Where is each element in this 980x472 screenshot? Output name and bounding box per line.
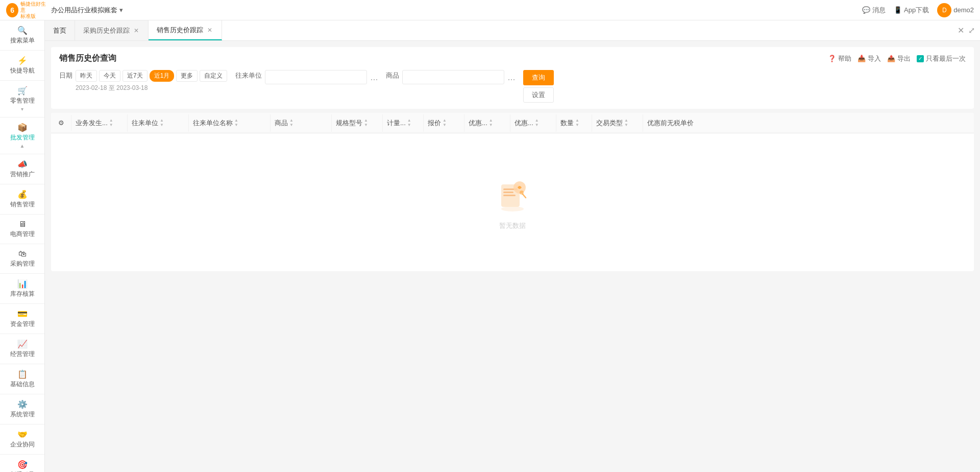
date-btn-today[interactable]: 今天 bbox=[99, 70, 120, 82]
close-window-btn[interactable]: ✕ bbox=[958, 26, 964, 35]
partner-dots[interactable]: ... bbox=[370, 73, 378, 82]
sidebar-item-marketing[interactable]: 📣 营销推广 bbox=[0, 154, 44, 184]
logo-area: 6 畅捷信好生意 标准版 bbox=[6, 1, 47, 19]
message-btn[interactable]: 💬 消息 bbox=[862, 6, 886, 15]
maximize-btn[interactable]: ⤢ bbox=[968, 26, 975, 35]
panel-actions: ❓ 帮助 📥 导入 📤 导出 ✓ 只看最后一 bbox=[828, 54, 966, 63]
settings-btn[interactable]: 设置 bbox=[523, 87, 554, 103]
ecommerce-icon: 🖥 bbox=[18, 220, 27, 229]
tab-home[interactable]: 首页 bbox=[45, 20, 75, 40]
avatar: D bbox=[937, 3, 951, 17]
main-layout: 🔍 搜索菜单 ⚡ 快捷导航 🛒 零售管理 ▾ 📦 批发管理 ▲ 📣 营销推广 💰… bbox=[0, 20, 980, 472]
tab-bar: 首页 采购历史价跟踪 ✕ 销售历史价跟踪 ✕ ✕ ⤢ bbox=[45, 20, 980, 41]
th-discount2[interactable]: 优惠... ▲ ▼ bbox=[510, 114, 556, 132]
sidebar-item-system[interactable]: ⚙️ 系统管理 bbox=[0, 394, 44, 424]
empty-illustration bbox=[492, 174, 533, 215]
ops-icon: 📈 bbox=[17, 339, 28, 349]
wholesale-icon: 📦 bbox=[17, 123, 28, 132]
th-settings[interactable]: ⚙ bbox=[51, 115, 71, 131]
th-qty[interactable]: 数量 ▲ ▼ bbox=[556, 114, 592, 132]
product-input[interactable] bbox=[402, 70, 504, 84]
date-range-text: 2023-02-18 至 2023-03-18 bbox=[76, 84, 227, 92]
sort-arrows-product: ▲ ▼ bbox=[289, 119, 293, 127]
tab-right-actions: ✕ ⤢ bbox=[952, 20, 980, 40]
filter-row: 日期 昨天 今天 近7天 近1月 更多 自定义 2023-02-18 至 202… bbox=[59, 70, 966, 103]
sort-arrows-partner-code: ▲ ▼ bbox=[160, 119, 164, 127]
help-btn[interactable]: ❓ 帮助 bbox=[828, 54, 851, 63]
svg-line-7 bbox=[523, 194, 526, 198]
date-btn-more[interactable]: 更多 bbox=[176, 70, 198, 82]
th-partner-code[interactable]: 往来单位 ▲ ▼ bbox=[128, 114, 189, 132]
purchase-icon: 🛍 bbox=[18, 249, 27, 258]
app-download-btn[interactable]: 📱 App下载 bbox=[894, 6, 929, 15]
retail-icon: 🛒 bbox=[17, 86, 28, 96]
sort-arrows-unit: ▲ ▼ bbox=[407, 119, 411, 127]
product-input-group: ... bbox=[402, 70, 515, 84]
sort-arrows-partner-name: ▲ ▼ bbox=[234, 119, 238, 127]
tab-sales-history[interactable]: 销售历史价跟踪 ✕ bbox=[149, 20, 222, 40]
sidebar-item-search-menu[interactable]: 🔍 搜索菜单 bbox=[0, 20, 44, 51]
svg-point-0 bbox=[501, 206, 524, 211]
system-icon: ⚙️ bbox=[17, 399, 28, 409]
partner-input[interactable] bbox=[265, 70, 367, 84]
finance-icon: 💳 bbox=[17, 309, 28, 319]
product-filter-group: 商品 ... bbox=[386, 70, 515, 84]
checkbox-icon: ✓ bbox=[917, 55, 924, 62]
th-taxfree[interactable]: 优惠前无税单价 bbox=[643, 114, 974, 132]
sidebar-item-basic[interactable]: 📋 基础信息 bbox=[0, 364, 44, 394]
close-purchase-tab[interactable]: ✕ bbox=[133, 26, 140, 35]
empty-text: 暂无数据 bbox=[499, 221, 526, 230]
date-btn-yesterday[interactable]: 昨天 bbox=[76, 70, 97, 82]
date-options: 昨天 今天 近7天 近1月 更多 自定义 2023-02-18 至 2023-0… bbox=[76, 70, 227, 92]
enterprise-icon: 🤝 bbox=[17, 430, 28, 439]
top-right: 💬 消息 📱 App下载 D demo2 bbox=[862, 3, 974, 17]
export-btn[interactable]: 📤 导出 bbox=[887, 54, 911, 63]
sort-arrows-discount2: ▲ ▼ bbox=[535, 119, 539, 127]
sidebar-item-sales[interactable]: 💰 销售管理 bbox=[0, 184, 44, 215]
sidebar-item-inventory[interactable]: 📊 库存核算 bbox=[0, 274, 44, 304]
only-latest-toggle[interactable]: ✓ 只看最后一次 bbox=[917, 54, 966, 63]
sort-arrows-date: ▲ ▼ bbox=[109, 119, 113, 127]
basic-icon: 📋 bbox=[17, 369, 28, 379]
sidebar-item-wholesale[interactable]: 📦 批发管理 ▲ bbox=[0, 117, 44, 154]
sidebar-item-ecommerce[interactable]: 🖥 电商管理 bbox=[0, 215, 44, 244]
date-btn-1month[interactable]: 近1月 bbox=[150, 70, 175, 82]
th-unit[interactable]: 计量... ▲ ▼ bbox=[383, 114, 424, 132]
th-price[interactable]: 报价 ▲ ▼ bbox=[424, 114, 464, 132]
th-product[interactable]: 商品 ▲ ▼ bbox=[271, 114, 332, 132]
marketing-icon: 📣 bbox=[17, 159, 28, 169]
sidebar-item-retail[interactable]: 🛒 零售管理 ▾ bbox=[0, 81, 44, 117]
product-dots[interactable]: ... bbox=[507, 73, 515, 82]
partner-filter-group: 往来单位 ... bbox=[235, 70, 378, 84]
tab-purchase-history[interactable]: 采购历史价跟踪 ✕ bbox=[75, 20, 149, 40]
svg-rect-4 bbox=[503, 195, 516, 196]
logo-icon: 6 bbox=[6, 3, 18, 17]
app-selector[interactable]: 办公用品行业模拟账套 ▾ bbox=[51, 6, 858, 15]
sidebar-item-quick-nav[interactable]: ⚡ 快捷导航 bbox=[0, 51, 44, 81]
import-btn[interactable]: 📥 导入 bbox=[857, 54, 881, 63]
sidebar-item-guide[interactable]: 🎯 新手引导 bbox=[0, 455, 44, 472]
sidebar-item-finance[interactable]: 💳 资金管理 bbox=[0, 304, 44, 334]
search-icon: 🔍 bbox=[17, 26, 28, 35]
date-btn-7days[interactable]: 近7天 bbox=[122, 70, 148, 82]
top-bar: 6 畅捷信好生意 标准版 办公用品行业模拟账套 ▾ 💬 消息 📱 App下载 D… bbox=[0, 0, 980, 20]
sidebar-item-enterprise[interactable]: 🤝 企业协同 bbox=[0, 424, 44, 455]
sidebar-item-purchase[interactable]: 🛍 采购管理 bbox=[0, 244, 44, 274]
th-date[interactable]: 业务发生... ▲ ▼ bbox=[71, 114, 128, 132]
date-btn-custom[interactable]: 自定义 bbox=[200, 70, 227, 82]
date-filter-group: 日期 昨天 今天 近7天 近1月 更多 自定义 2023-02-18 至 202… bbox=[59, 70, 227, 92]
query-panel: 销售历史价查询 ❓ 帮助 📥 导入 📤 导出 bbox=[51, 47, 974, 109]
th-spec[interactable]: 规格型号 ▲ ▼ bbox=[332, 114, 383, 132]
th-partner-name[interactable]: 往来单位名称 ▲ ▼ bbox=[189, 114, 271, 132]
guide-icon: 🎯 bbox=[17, 460, 28, 469]
th-trade-type[interactable]: 交易类型 ▲ ▼ bbox=[592, 114, 643, 132]
content-area: 首页 采购历史价跟踪 ✕ 销售历史价跟踪 ✕ ✕ ⤢ 销售历史价查询 bbox=[45, 20, 980, 472]
gear-icon: ⚙ bbox=[58, 119, 64, 127]
sales-icon: 💰 bbox=[17, 190, 28, 199]
sidebar-item-ops[interactable]: 📈 经营管理 bbox=[0, 334, 44, 364]
page-title: 销售历史价查询 bbox=[59, 53, 116, 64]
close-sales-tab[interactable]: ✕ bbox=[206, 26, 213, 35]
user-menu[interactable]: D demo2 bbox=[937, 3, 974, 17]
th-discount1[interactable]: 优惠... ▲ ▼ bbox=[464, 114, 510, 132]
search-btn[interactable]: 查询 bbox=[523, 70, 554, 85]
